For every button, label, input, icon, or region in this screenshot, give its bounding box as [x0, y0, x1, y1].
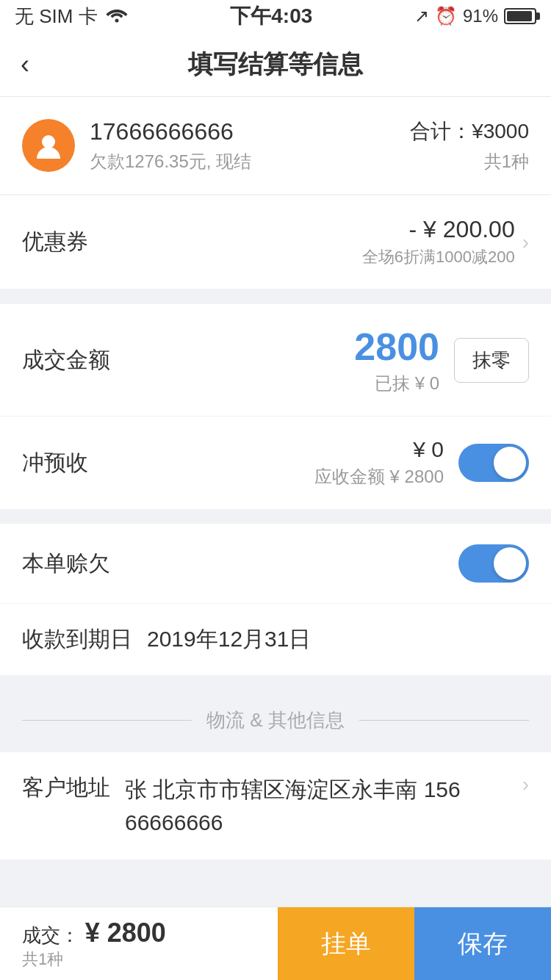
logistics-line-right [359, 720, 529, 721]
coupon-value: - ¥ 200.00 全场6折满1000减200 [110, 216, 515, 268]
total-amount: 合计：¥3000 [410, 118, 529, 145]
back-button[interactable]: ‹ [21, 49, 29, 80]
svg-point-1 [42, 135, 55, 148]
coupon-label: 优惠券 [22, 227, 110, 257]
carrier-text: 无 SIM 卡 [15, 4, 98, 29]
address-value: 张 北京市市辖区海淀区永丰南 156 66666666 [125, 773, 515, 839]
summary-amount: ¥ 2800 [85, 918, 166, 948]
prepay-amount: ¥ 0 [110, 437, 444, 462]
deal-amount-already: 已抹 ¥ 0 [110, 372, 439, 395]
duedate-section: 收款到期日 2019年12月31日 [0, 604, 551, 675]
location-icon: ↗ [414, 6, 429, 26]
alarm-icon: ⏰ [435, 6, 457, 26]
section-divider-2 [0, 509, 551, 524]
save-button[interactable]: 保存 [414, 907, 551, 981]
order-total: 合计：¥3000 共1种 [410, 118, 529, 173]
total-value: ¥3000 [472, 120, 529, 143]
prepay-receivable: 应收金额 ¥ 2800 [110, 465, 444, 489]
logistics-text: 物流 & 其他信息 [192, 707, 359, 733]
address-chevron-icon: › [522, 773, 529, 796]
page-title: 填写结算等信息 [188, 48, 363, 82]
deal-amount-label: 成交金额 [22, 345, 110, 375]
address-section[interactable]: 客户地址 张 北京市市辖区海淀区永丰南 156 66666666 › [0, 752, 551, 860]
customer-phone: 17666666666 [90, 118, 410, 145]
logistics-line-left [22, 720, 192, 721]
coupon-desc: 全场6折满1000减200 [110, 246, 515, 268]
deal-amount-value-wrap: 2800 已抹 ¥ 0 [110, 325, 439, 395]
deal-amount-value: 2800 [110, 325, 439, 369]
prepay-label: 冲预收 [22, 448, 110, 478]
logistics-divider: 物流 & 其他信息 [0, 690, 551, 751]
prepay-toggle[interactable] [458, 444, 529, 482]
section-divider-3 [0, 675, 551, 690]
deal-amount-section: 成交金额 2800 已抹 ¥ 0 抹零 [0, 304, 551, 417]
debit-label: 本单赊欠 [22, 549, 444, 579]
customer-info-card: 17666666666 欠款1276.35元, 现结 合计：¥3000 共1种 [0, 97, 551, 194]
duedate-value: 2019年12月31日 [147, 624, 311, 655]
debit-toggle-knob [494, 547, 526, 580]
pending-button[interactable]: 挂单 [278, 907, 414, 981]
bottom-bar: 成交： ¥ 2800 共1种 挂单 保存 [0, 907, 551, 980]
status-bar-right: ↗ ⏰ 91% [414, 6, 536, 26]
customer-details: 17666666666 欠款1276.35元, 现结 [90, 118, 410, 173]
total-count: 共1种 [410, 150, 529, 173]
status-bar: 无 SIM 卡 下午4:03 ↗ ⏰ 91% [0, 0, 551, 32]
battery-icon [504, 8, 536, 24]
round-zero-button[interactable]: 抹零 [454, 338, 529, 383]
nav-bar: ‹ 填写结算等信息 [0, 32, 551, 97]
coupon-amount: - ¥ 200.00 [110, 216, 515, 243]
avatar [22, 119, 75, 172]
battery-percent: 91% [463, 6, 498, 26]
status-bar-left: 无 SIM 卡 [15, 4, 129, 29]
address-label: 客户地址 [22, 773, 110, 803]
duedate-label: 收款到期日 [22, 624, 132, 655]
summary-count: 共1种 [22, 948, 256, 970]
coupon-row[interactable]: 优惠券 - ¥ 200.00 全场6折满1000减200 › [0, 195, 551, 289]
total-label: 合计： [410, 120, 472, 143]
customer-debt: 欠款1276.35元, 现结 [90, 150, 410, 173]
debit-toggle[interactable] [458, 544, 529, 583]
wifi-icon [105, 5, 129, 28]
svg-point-0 [115, 18, 118, 22]
debit-section: 本单赊欠 [0, 524, 551, 604]
status-bar-time: 下午4:03 [230, 2, 312, 30]
chevron-right-icon: › [522, 231, 529, 254]
content: 17666666666 欠款1276.35元, 现结 合计：¥3000 共1种 … [0, 97, 551, 980]
prepay-section: 冲预收 ¥ 0 应收金额 ¥ 2800 [0, 417, 551, 509]
deal-amount-row: 成交金额 2800 已抹 ¥ 0 抹零 [22, 325, 529, 395]
prepay-value-wrap: ¥ 0 应收金额 ¥ 2800 [110, 437, 444, 489]
summary-label: 成交： [22, 924, 79, 946]
section-divider [0, 289, 551, 304]
toggle-knob [494, 447, 526, 479]
prepay-row: 冲预收 ¥ 0 应收金额 ¥ 2800 [22, 437, 529, 489]
bottom-summary: 成交： ¥ 2800 共1种 [0, 918, 278, 970]
bottom-summary-line1: 成交： ¥ 2800 [22, 918, 256, 948]
